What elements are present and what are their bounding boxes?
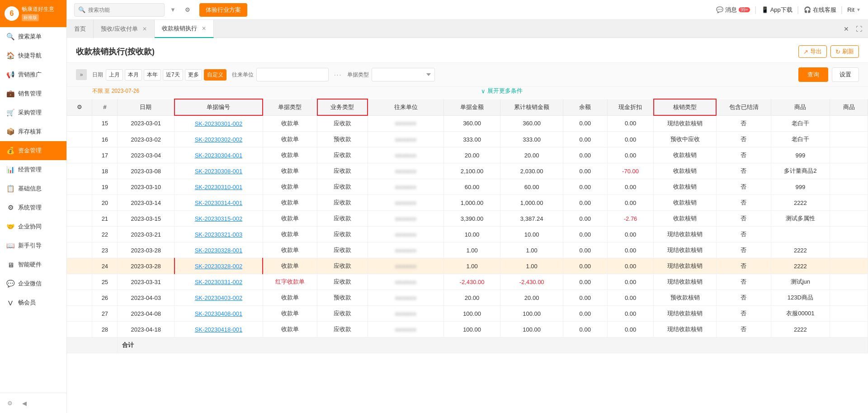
date-this-month[interactable]: 本月 [125, 69, 142, 81]
doctype-select[interactable] [372, 68, 435, 81]
search-input[interactable] [88, 7, 160, 13]
cell-doc-no[interactable]: SK-20230302-002 [175, 132, 263, 147]
cell-doc-no[interactable]: SK-20230314-001 [175, 195, 263, 211]
export-button[interactable]: ↗ 导出 [798, 45, 827, 58]
cell-gear [67, 163, 92, 179]
cell-balance: 0.00 [563, 147, 607, 163]
messages-label: 消息 [725, 6, 737, 14]
tab-write-off[interactable]: 收款核销执行 ✕ [155, 20, 214, 38]
date-last-month[interactable]: 上月 [106, 69, 123, 81]
sidebar-icon-operation: 📊 [6, 166, 14, 174]
sidebar-item-search[interactable]: 🔍 搜索菜单 [0, 27, 66, 46]
tab-prepay[interactable]: 预收/应收付单 ✕ [94, 20, 155, 38]
refresh-button[interactable]: ↻ 刷新 [830, 45, 859, 58]
sidebar-item-purchase[interactable]: 🛒 采购管理 [0, 103, 66, 122]
expand-more-btn[interactable]: ∨ 展开更多条件 [481, 87, 523, 95]
cell-goods2 [830, 274, 868, 290]
solution-button[interactable]: 体验行业方案 [199, 3, 247, 17]
sidebar-icon-system: ⚙ [6, 204, 14, 212]
cell-doc-type: 收款单 [263, 258, 317, 274]
sidebar-icon-purchase: 🛒 [6, 109, 14, 117]
sidebar-item-sales[interactable]: 💼 销售管理 [0, 84, 66, 103]
sidebar-settings-icon[interactable]: ⚙ [5, 398, 15, 408]
sidebar-item-enterprise[interactable]: 🤝 企业协同 [0, 217, 66, 236]
tab-prepay-close[interactable]: ✕ [142, 26, 147, 32]
sidebar-item-guide[interactable]: 📖 新手引导 [0, 236, 66, 255]
app-download-action[interactable]: 📱 App下载 [761, 6, 793, 14]
cell-doc-no[interactable]: SK-20230328-002 [175, 258, 263, 274]
date-more[interactable]: 更多 [185, 69, 202, 81]
online-service-action[interactable]: 🎧 在线客服 [804, 6, 836, 14]
sidebar-item-marketing[interactable]: 📢 营销推广 [0, 65, 66, 84]
date-range-display: 不限 至 2023-07-26 [92, 87, 139, 95]
sidebar-nav: 🔍 搜索菜单 🏠 快捷导航 📢 营销推广 💼 销售管理 🛒 采购管理 📦 库存核… [0, 27, 66, 393]
search-bar[interactable]: 🔍 [74, 3, 165, 17]
cell-include: 否 [716, 274, 771, 290]
sidebar-label-operation: 经营管理 [18, 166, 42, 174]
user-action[interactable]: Rit ▼ [847, 6, 861, 13]
sidebar-icon-member: V [6, 299, 14, 307]
sidebar-item-finance[interactable]: 💰 资金管理 [0, 141, 66, 160]
cell-idx: 25 [92, 274, 118, 290]
cell-biz-type: 应收款 [317, 115, 368, 132]
app-logo: 6 畅康道好生意 标推版 [0, 0, 66, 27]
cell-gear [67, 195, 92, 211]
cell-idx: 28 [92, 322, 118, 337]
cell-doc-type: 红字收款单 [263, 274, 317, 290]
sidebar-item-inventory[interactable]: 📦 库存核算 [0, 122, 66, 141]
cell-cum-amount: 20.00 [500, 290, 563, 306]
cell-doc-no[interactable]: SK-20230328-001 [175, 242, 263, 258]
cell-doc-no[interactable]: SK-20230315-002 [175, 211, 263, 227]
sidebar-item-operation[interactable]: 📊 经营管理 [0, 160, 66, 179]
cell-partner: ●●●●●● [368, 290, 443, 306]
cell-biz-type: 应收款 [317, 227, 368, 242]
cell-write-type: 现结收款核销 [654, 306, 716, 322]
cell-include: 否 [716, 290, 771, 306]
cell-doc-no[interactable]: SK-20230301-002 [175, 115, 263, 132]
tab-expand[interactable]: ⛶ [854, 24, 864, 34]
partner-input[interactable] [256, 68, 329, 81]
cell-doc-no[interactable]: SK-20230304-001 [175, 147, 263, 163]
cell-cum-amount: 3,387.24 [500, 211, 563, 227]
sidebar-item-wechat[interactable]: 💬 企业微信 [0, 274, 66, 293]
cell-doc-no[interactable]: SK-20230331-002 [175, 274, 263, 290]
refresh-label: 刷新 [842, 47, 854, 56]
gear-button[interactable]: ⚙ [181, 4, 194, 16]
sidebar-item-member[interactable]: V 畅会员 [0, 293, 66, 312]
setting-button[interactable]: 设置 [832, 67, 859, 82]
cell-write-type: 现结收款核销 [654, 115, 716, 132]
table-row: 16 2023-03-02 SK-20230302-002 收款单 预收款 ●●… [67, 132, 868, 147]
date-custom[interactable]: 自定义 [204, 69, 226, 81]
filter-expand-btn[interactable]: » [76, 69, 87, 80]
cell-doc-no[interactable]: SK-20230321-003 [175, 227, 263, 242]
sidebar-item-hardware[interactable]: 🖥 智能硬件 [0, 255, 66, 274]
cell-gear [67, 258, 92, 274]
cell-include: 否 [716, 115, 771, 132]
date-7days[interactable]: 近7天 [163, 69, 183, 81]
messages-action[interactable]: 💬 消息 99+ [716, 6, 750, 14]
sidebar-collapse-icon[interactable]: ◀ [19, 398, 30, 408]
cell-idx: 16 [92, 132, 118, 147]
cell-amount: 60.00 [443, 179, 500, 195]
dropdown-arrow[interactable]: ▼ [170, 6, 176, 13]
query-button[interactable]: 查询 [798, 67, 828, 82]
tab-close-all[interactable]: ✕ [841, 24, 852, 34]
cell-doc-no[interactable]: SK-20230310-001 [175, 179, 263, 195]
cell-doc-no[interactable]: SK-20230408-001 [175, 306, 263, 322]
sidebar-item-system[interactable]: ⚙ 系统管理 [0, 198, 66, 217]
tab-write-off-close[interactable]: ✕ [202, 25, 206, 32]
sidebar-item-basic[interactable]: 📋 基础信息 [0, 179, 66, 198]
date-this-year[interactable]: 本年 [144, 69, 161, 81]
cell-balance: 0.00 [563, 132, 607, 147]
cell-include: 否 [716, 258, 771, 274]
cell-doc-no[interactable]: SK-20230308-001 [175, 163, 263, 179]
cell-date: 2023-03-28 [118, 258, 175, 274]
sidebar-icon-search: 🔍 [6, 33, 14, 41]
tab-home[interactable]: 首页 [67, 20, 94, 38]
content-header: 收款核销执行(按收款) ↗ 导出 ↻ 刷新 [67, 38, 868, 63]
sidebar-item-quicknav[interactable]: 🏠 快捷导航 [0, 46, 66, 65]
cell-doc-no[interactable]: SK-20230403-002 [175, 290, 263, 306]
cell-discount: 0.00 [607, 115, 654, 132]
expand-icon: ∨ [481, 88, 486, 95]
cell-doc-no[interactable]: SK-20230418-001 [175, 322, 263, 337]
